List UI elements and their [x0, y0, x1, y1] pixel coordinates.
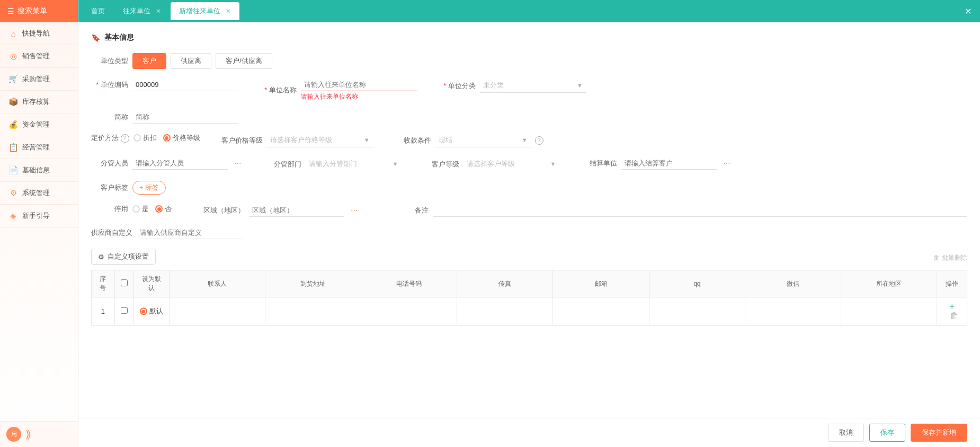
sidebar-item-system[interactable]: ⚙ 系统管理 [0, 182, 78, 205]
default-radio-circle [140, 308, 147, 315]
batch-delete-btn[interactable]: 🗑 批量删除 [933, 253, 967, 262]
radio-no[interactable]: 否 [155, 204, 172, 214]
group-settlement: 结算单位 ··· [580, 157, 732, 170]
section-title: 基本信息 [104, 33, 134, 42]
group-category: 单位分类 未分类 ▼ [439, 78, 586, 93]
pricing-info-icon[interactable]: ? [121, 134, 129, 143]
group-manager: 分管人员 ··· [91, 157, 243, 170]
cell-seq: 1 [92, 297, 115, 326]
short-name-input[interactable] [132, 111, 238, 124]
tag-label: 客户标签 [91, 183, 128, 192]
supplier-custom-input[interactable] [137, 226, 243, 239]
sidebar-search[interactable]: ☰ 搜索菜单 [0, 0, 78, 22]
category-select[interactable]: 未分类 ▼ [480, 78, 586, 93]
btn-customer[interactable]: 客户 [132, 53, 166, 69]
name-input[interactable] [301, 78, 417, 91]
group-disabled: 停用 是 否 [91, 204, 172, 214]
cell-email[interactable] [553, 297, 649, 326]
region-input[interactable] [249, 204, 344, 217]
settlement-label: 结算单位 [580, 159, 617, 168]
group-customer-price: 客户价格等级 请选择客户价格等级 ▼ [221, 133, 373, 147]
sidebar-item-quick-nav[interactable]: ⌂ 快捷导航 [0, 22, 78, 45]
window-close-button[interactable]: ✕ [960, 4, 976, 19]
group-remark: 备注 [391, 204, 967, 217]
settlement-dots[interactable]: ··· [721, 159, 732, 168]
btn-both[interactable]: 客户/供应离 [216, 53, 272, 69]
col-email: 邮箱 [553, 270, 649, 297]
email-input[interactable] [558, 305, 643, 318]
sidebar-item-finance[interactable]: 💰 资金管理 [0, 113, 78, 136]
save-button[interactable]: 保存 [869, 424, 905, 442]
cell-address[interactable] [265, 297, 361, 326]
inventory-icon: 📦 [8, 97, 18, 107]
sidebar-item-inventory[interactable]: 📦 库存核算 [0, 91, 78, 113]
group-name: 单位名称 请输入往来单位名称 [260, 78, 417, 101]
tab-new-partner-close[interactable]: ✕ [226, 7, 231, 15]
cell-contact[interactable] [169, 297, 265, 326]
settlement-input[interactable] [621, 157, 717, 170]
tab-new-partner[interactable]: 新增往来单位 ✕ [171, 2, 239, 20]
tab-partner-close[interactable]: ✕ [156, 7, 161, 15]
customer-price-select[interactable]: 请选择客户价格等级 ▼ [267, 133, 373, 147]
remark-label: 备注 [391, 206, 429, 215]
add-row-btn[interactable]: + [950, 302, 955, 311]
sidebar-item-purchase[interactable]: 🛒 采购管理 [0, 68, 78, 91]
payment-info-icon[interactable]: ? [535, 136, 544, 145]
cell-region[interactable] [841, 297, 937, 326]
supplier-custom-label: 供应商自定义 [91, 228, 132, 238]
dept-placeholder: 请输入分管部门 [309, 159, 357, 169]
expand-icon[interactable]: ⟫ [25, 428, 31, 441]
group-dept: 分管部门 请输入分管部门 ▼ [264, 157, 401, 171]
cancel-button[interactable]: 取消 [828, 424, 864, 442]
radio-discount[interactable]: 折扣 [133, 133, 157, 143]
footer: 取消 保存 保存并新增 [78, 418, 980, 447]
address-input[interactable] [271, 305, 355, 318]
payment-value: 现结 [439, 135, 452, 145]
name-field-wrap: 请输入往来单位名称 [301, 78, 417, 101]
radio-discount-circle [133, 134, 141, 142]
sidebar-item-guide[interactable]: ◈ 新手引导 [0, 205, 78, 227]
fax-input[interactable] [462, 305, 547, 318]
contact-input[interactable] [175, 305, 260, 318]
btn-supplier[interactable]: 供应离 [171, 53, 211, 69]
sidebar-item-operation[interactable]: 📋 经营管理 [0, 136, 78, 159]
radio-price-level-circle [163, 134, 171, 142]
customer-level-select[interactable]: 请选择客户等级 ▼ [464, 157, 559, 171]
region-table-input[interactable] [847, 305, 931, 318]
default-radio[interactable]: 默认 [139, 306, 164, 316]
qq-input[interactable] [655, 305, 740, 318]
radio-price-level[interactable]: 价格等级 [163, 133, 200, 143]
group-payment: 收款条件 现结 ▼ ? [394, 133, 544, 147]
cell-fax[interactable] [457, 297, 553, 326]
category-value: 未分类 [483, 81, 504, 90]
save-new-button[interactable]: 保存并新增 [911, 424, 967, 442]
select-all-checkbox[interactable] [121, 279, 128, 286]
row-tag: 客户标签 + 标签 [91, 181, 967, 195]
cell-wechat[interactable] [745, 297, 841, 326]
sidebar-item-sales[interactable]: ◎ 销售管理 [0, 45, 78, 68]
tab-home[interactable]: 首页 [83, 2, 113, 20]
wechat-input[interactable] [751, 305, 835, 318]
payment-label: 收款条件 [394, 136, 431, 145]
manager-dots[interactable]: ··· [232, 159, 243, 168]
manager-input[interactable] [132, 157, 228, 170]
customer-price-chevron: ▼ [364, 137, 370, 143]
add-tag-button[interactable]: + 标签 [132, 181, 166, 195]
phone-input[interactable] [367, 305, 451, 318]
sidebar-item-base-info[interactable]: 📄 基础信息 [0, 159, 78, 182]
code-input[interactable] [132, 78, 238, 91]
cell-phone[interactable] [361, 297, 457, 326]
dept-select[interactable]: 请输入分管部门 ▼ [306, 157, 401, 171]
row-checkbox[interactable] [121, 307, 128, 314]
radio-yes[interactable]: 是 [132, 204, 149, 214]
cell-qq[interactable] [649, 297, 745, 326]
region-dots[interactable]: ··· [349, 206, 360, 215]
remark-input[interactable] [433, 204, 967, 217]
payment-select[interactable]: 现结 ▼ [435, 133, 531, 147]
delete-row-btn[interactable]: 🗑 [950, 311, 958, 320]
row-disabled: 停用 是 否 区域（地区） ··· 备注 [91, 204, 967, 217]
custom-settings-button[interactable]: ⚙ 自定义项设置 [91, 249, 156, 265]
dept-label: 分管部门 [264, 160, 301, 169]
tab-partner[interactable]: 往来单位 ✕ [114, 2, 170, 20]
batch-delete-icon: 🗑 [933, 254, 940, 261]
